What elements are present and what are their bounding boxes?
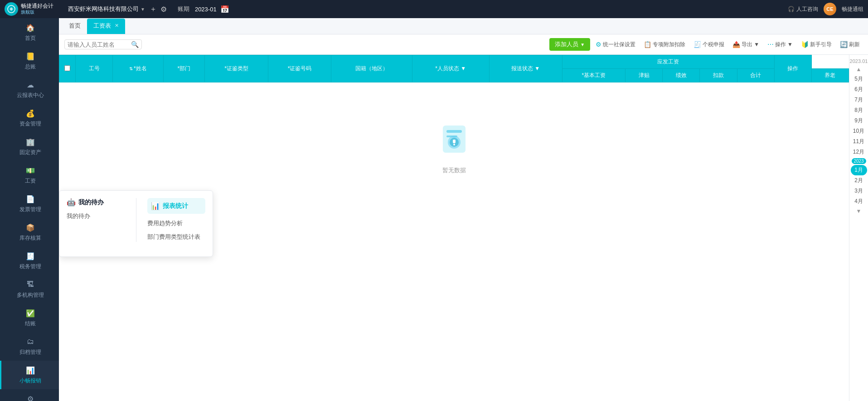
sidebar-label-expense: 小畅报销 — [19, 377, 41, 385]
tab-salary[interactable]: 工资表 ✕ — [87, 19, 125, 34]
toolbar-right: 添加人员 ▼ ⚙ 统一社保设置 📋 专项附加扣除 🧾 个税申报 📤 导 — [549, 38, 863, 51]
sidebar-label-multi-org: 多机构管理 — [17, 291, 44, 299]
popup-items-report: 费用趋势分析 部门费用类型统计表 — [147, 218, 206, 242]
month-4[interactable]: 4月 — [851, 196, 867, 207]
svg-rect-2 — [446, 130, 462, 133]
th-should-pay-group: 应发工资 — [562, 55, 774, 69]
popup-section1-title: 我的待办 — [78, 198, 104, 207]
sidebar-item-invoice[interactable]: 📄 发票管理 — [0, 189, 59, 218]
empty-text: 暂无数据 — [442, 166, 466, 174]
tab-bar: 首页 工资表 ✕ — [59, 18, 868, 34]
th-checkbox[interactable] — [59, 55, 76, 82]
sidebar-label-invoice: 发票管理 — [19, 206, 41, 213]
sidebar-label-fund: 资金管理 — [19, 120, 41, 128]
month-2[interactable]: 2月 — [851, 175, 867, 186]
add-button[interactable]: ＋ — [150, 5, 157, 14]
popup-item-cost-trend[interactable]: 费用趋势分析 — [147, 218, 206, 228]
filter-icon-person-status[interactable]: ▼ — [461, 65, 466, 72]
th-id-type: *证鉴类型 — [205, 55, 268, 82]
tab-close-icon[interactable]: ✕ — [115, 23, 119, 29]
th-name: ⇅ *姓名 — [113, 55, 164, 82]
year-badge-2023: 2023 — [852, 158, 866, 164]
support-button[interactable]: 🎧 人工咨询 — [788, 5, 818, 13]
month-5[interactable]: 5月 — [851, 74, 867, 84]
month-1[interactable]: 1月 — [851, 165, 867, 175]
sidebar-item-inventory[interactable]: 📦 库存核算 — [0, 218, 59, 246]
popup-items-pending: 我的待办 — [67, 211, 125, 221]
refresh-button[interactable]: 🔄 刷新 — [837, 39, 863, 50]
new-guide-button[interactable]: 🔰 新手引导 — [798, 39, 834, 50]
refresh-icon: 🔄 — [840, 41, 848, 48]
add-person-button[interactable]: 添加人员 ▼ — [549, 38, 590, 51]
social-security-label: 统一社保设置 — [603, 41, 635, 48]
cloud-report-icon: ☁ — [25, 80, 35, 90]
month-year-label: 2023.01 — [849, 58, 868, 64]
sidebar-item-salary[interactable]: 💵 工资 — [0, 161, 59, 189]
calendar-icon[interactable]: 📅 — [220, 5, 229, 14]
th-emp-no: 工号 — [76, 55, 113, 82]
operations-button[interactable]: ⋯ 操作 ▼ — [765, 39, 795, 50]
sidebar-item-cloud-report[interactable]: ☁ 云报表中心 — [0, 75, 59, 104]
month-8[interactable]: 8月 — [851, 105, 867, 116]
month-7[interactable]: 7月 — [851, 95, 867, 105]
month-down-button[interactable]: ▼ — [853, 207, 865, 216]
tax-deduct-label: 专项附加扣除 — [653, 41, 685, 48]
operations-label: 操作 — [775, 41, 786, 48]
personal-tax-button[interactable]: 🧾 个税申报 — [691, 39, 727, 50]
tax-deduct-button[interactable]: 📋 专项附加扣除 — [641, 39, 688, 50]
sidebar-label-ledger: 总账 — [25, 63, 36, 71]
sidebar-item-home[interactable]: 🏠 首页 — [0, 18, 59, 47]
sidebar-item-expense[interactable]: 📊 小畅报销 — [0, 361, 59, 389]
basic-settings-icon: ⚙ — [25, 394, 35, 401]
month-11[interactable]: 11月 — [851, 136, 867, 147]
th-nationality: 国籍（地区） — [331, 55, 412, 82]
month-9[interactable]: 9月 — [851, 116, 867, 126]
company-selector[interactable]: 西安虾米网络科技有限公司 ▼ — [68, 5, 145, 13]
settings-button[interactable]: ⚙ — [160, 5, 167, 14]
tab-home[interactable]: 首页 — [63, 19, 87, 34]
sidebar-item-multi-org[interactable]: 🏗 多机构管理 — [0, 275, 59, 304]
sidebar-item-fixed-asset[interactable]: 🏢 固定资产 — [0, 132, 59, 161]
operations-chevron-icon: ▼ — [787, 41, 793, 48]
tab-home-label: 首页 — [69, 22, 81, 30]
th-operations: 操作 — [774, 55, 811, 82]
select-all-checkbox[interactable] — [64, 65, 70, 71]
company-dropdown-icon: ▼ — [141, 7, 145, 12]
sidebar-item-checkout[interactable]: ✅ 结账 — [0, 304, 59, 332]
search-box: 🔍 — [64, 39, 142, 49]
personal-tax-icon: 🧾 — [693, 41, 701, 48]
month-6[interactable]: 6月 — [851, 84, 867, 95]
sidebar: 🏠 首页 📒 总账 ☁ 云报表中心 💰 资金管理 🏢 固定资产 💵 工资 📄 发… — [0, 18, 59, 401]
popup-item-dept-cost[interactable]: 部门费用类型统计表 — [147, 232, 206, 242]
th-pension: 养老 — [811, 69, 849, 82]
tax-icon: 🧾 — [25, 251, 35, 261]
search-icon: 🔍 — [131, 41, 139, 48]
export-label: 导出 — [742, 41, 752, 48]
social-security-button[interactable]: ⚙ 统一社保设置 — [593, 39, 638, 50]
svg-rect-6 — [453, 140, 456, 143]
search-input[interactable] — [68, 41, 131, 48]
multi-org-icon: 🏗 — [25, 280, 35, 290]
logo-area: 畅捷通好会计 旗舰版 — [5, 2, 63, 16]
social-security-icon: ⚙ — [596, 41, 601, 48]
sidebar-label-cloud-report: 云报表中心 — [17, 92, 44, 99]
empty-illustration — [434, 119, 475, 166]
export-button[interactable]: 📤 导出 ▼ — [730, 39, 762, 50]
filter-icon-report-status[interactable]: ▼ — [534, 65, 540, 72]
sidebar-item-archive[interactable]: 🗂 归档管理 — [0, 332, 59, 361]
sidebar-item-fund[interactable]: 💰 资金管理 — [0, 104, 59, 132]
month-3[interactable]: 3月 — [851, 186, 867, 196]
sidebar-item-tax[interactable]: 🧾 税务管理 — [0, 246, 59, 275]
month-12[interactable]: 12月 — [851, 147, 867, 157]
month-10[interactable]: 10月 — [851, 126, 867, 136]
month-up-button[interactable]: ▲ — [853, 65, 865, 74]
pending-section-icon: 🤖 — [67, 198, 76, 207]
invoice-icon: 📄 — [25, 194, 35, 204]
popup-col-report: 📊 报表统计 费用趋势分析 部门费用类型统计表 — [147, 198, 206, 242]
popup-item-my-pending[interactable]: 我的待办 — [67, 211, 125, 221]
company-name: 西安虾米网络科技有限公司 — [68, 5, 139, 13]
fund-icon: 💰 — [25, 108, 35, 118]
sidebar-item-ledger[interactable]: 📒 总账 — [0, 47, 59, 75]
sidebar-item-basic-settings[interactable]: ⚙ 基础设置 — [0, 389, 59, 401]
tax-deduct-icon: 📋 — [644, 41, 651, 48]
